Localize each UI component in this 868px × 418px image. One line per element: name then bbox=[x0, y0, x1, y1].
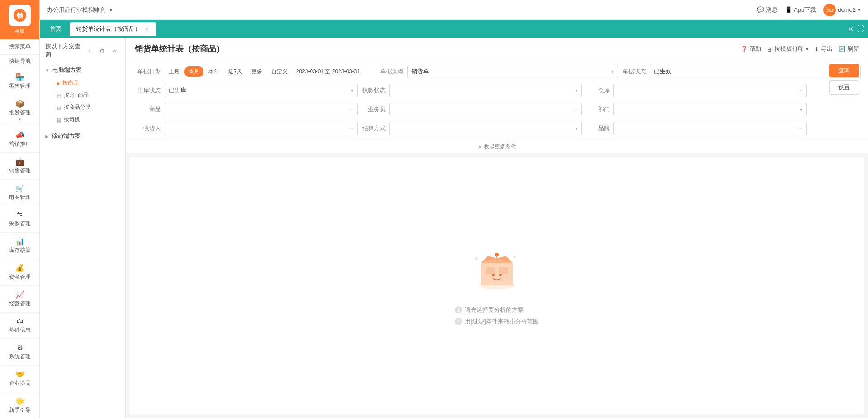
receiver-label: 收货人 bbox=[133, 124, 165, 133]
ecommerce-icon: 🛒 bbox=[15, 184, 24, 193]
goods-dots: ··· bbox=[349, 107, 354, 112]
sidebar-item-guide[interactable]: 🌟 新手引导 bbox=[0, 392, 39, 418]
date-btn-custom[interactable]: 自定义 bbox=[267, 66, 292, 77]
agent-select[interactable]: ··· bbox=[389, 103, 582, 116]
scheme-goods-cat[interactable]: ▦ 按商品分类 bbox=[40, 101, 125, 114]
sidebar-item-ecommerce[interactable]: 🛒 电商管理 bbox=[0, 180, 39, 206]
doc-type-label: 单据类型 bbox=[376, 67, 407, 76]
topbar: 办公用品行业模拟账套 ▾ 💬 消息 📱 App下载 Ea demo2 ▾ bbox=[40, 0, 868, 20]
message-btn[interactable]: 💬 消息 bbox=[757, 6, 778, 14]
template-print-btn[interactable]: 🖨 按模板打印 ▾ bbox=[767, 45, 809, 53]
tab-home[interactable]: 首页 bbox=[43, 22, 68, 36]
query-btn[interactable]: 查询 bbox=[829, 64, 859, 77]
content-area: 按以下方案查询 + ⚙ « ▼ 电脑端方案 ● 按商品 ▦ bbox=[40, 38, 868, 418]
sidebar-item-label: 经营管理 bbox=[9, 300, 31, 308]
mobile-section: ▶ 移动端方案 bbox=[40, 128, 125, 145]
doc-type-value: 销货单 bbox=[411, 67, 610, 76]
sidebar-item-label: 新手引导 bbox=[9, 406, 31, 414]
main-panel: 销货单统计表（按商品） ❓ 帮助 🖨 按模板打印 ▾ ⬇ bbox=[126, 38, 868, 418]
sidebar-item-marketing[interactable]: 📣 营销推广 bbox=[0, 126, 39, 153]
export-btn[interactable]: ⬇ 导出 bbox=[814, 45, 833, 53]
collect-status-select[interactable]: ▾ bbox=[389, 84, 582, 97]
sidebar-item-purchase[interactable]: 🛍 采购管理 bbox=[0, 206, 39, 233]
tab-stats[interactable]: 销货单统计表（按商品） ✕ bbox=[70, 22, 156, 36]
settings-scheme-btn[interactable]: ⚙ bbox=[97, 46, 107, 56]
avatar: Ea bbox=[823, 4, 836, 16]
receiver-select[interactable]: ··· bbox=[165, 122, 358, 135]
settle-select[interactable]: ▾ bbox=[389, 122, 582, 135]
svg-point-10 bbox=[499, 274, 502, 276]
user-menu[interactable]: Ea demo2 ▾ bbox=[823, 4, 861, 16]
date-btn-last-month[interactable]: 上月 bbox=[165, 66, 184, 77]
mobile-section-header[interactable]: ▶ 移动端方案 bbox=[40, 129, 125, 143]
sidebar-item-sales[interactable]: 💼 销售管理 bbox=[0, 153, 39, 180]
agent-label: 业务员 bbox=[358, 105, 389, 114]
sidebar-item-label: 采购管理 bbox=[9, 220, 31, 228]
date-btn-this-month[interactable]: 本月 bbox=[184, 66, 203, 77]
home-label: 首页 bbox=[50, 25, 61, 33]
sidebar-item-inventory[interactable]: 📊 库存核算 bbox=[0, 233, 39, 259]
sidebar-item-label: 系统管理 bbox=[9, 353, 31, 361]
tabbar-actions: ✕ ⛶ bbox=[848, 25, 864, 33]
dept-select[interactable]: ▾ bbox=[613, 103, 807, 116]
sidebar-logo[interactable]: 畅 标版 bbox=[0, 0, 39, 39]
sidebar-item-basic[interactable]: 🗂 基础信息 bbox=[0, 313, 39, 339]
goods-select[interactable]: ··· bbox=[165, 103, 358, 116]
tab-close-icon[interactable]: ✕ bbox=[143, 26, 150, 32]
collect-status-label: 收款状态 bbox=[358, 86, 389, 95]
sidebar-item-cooperation[interactable]: 🤝 企业协同 bbox=[0, 366, 39, 392]
chevron-up-icon: ▲ bbox=[18, 117, 22, 121]
doc-type-select[interactable]: 销货单 ▾ bbox=[407, 65, 618, 78]
scheme-month-goods[interactable]: ▦ 按月+商品 bbox=[40, 89, 125, 101]
sidebar-item-finance[interactable]: 💰 资金管理 bbox=[0, 259, 39, 286]
doc-status-label: 单据状态 bbox=[618, 67, 650, 76]
goods-label: 商品 bbox=[133, 105, 165, 114]
date-btn-more[interactable]: 更多 bbox=[247, 66, 266, 77]
marketing-icon: 📣 bbox=[15, 131, 24, 139]
date-btn-7days[interactable]: 近7天 bbox=[224, 66, 246, 77]
collapse-bar[interactable]: ∧ 收起更多条件 bbox=[126, 140, 868, 153]
expand-window-btn[interactable]: ⛶ bbox=[857, 25, 864, 33]
industry-selector[interactable]: 办公用品行业模拟账套 ▾ bbox=[47, 6, 113, 14]
empty-tip-2: 2 用[过滤]条件来缩小分析范围 bbox=[455, 318, 538, 326]
topbar-right: 💬 消息 📱 App下载 Ea demo2 ▾ bbox=[757, 4, 861, 16]
add-scheme-btn[interactable]: + bbox=[85, 46, 94, 56]
sidebar-item-wholesale[interactable]: 📦 批发管理 ▲ bbox=[0, 95, 39, 126]
close-window-btn[interactable]: ✕ bbox=[848, 25, 854, 33]
out-status-select[interactable]: 已出库 ▾ bbox=[165, 84, 358, 97]
tip-num-1: 1 bbox=[455, 306, 462, 314]
app-download-label: App下载 bbox=[794, 6, 816, 14]
app-download-btn[interactable]: 📱 App下载 bbox=[785, 6, 816, 14]
sidebar-item-operation[interactable]: 📈 经营管理 bbox=[0, 286, 39, 313]
print-icon: 🖨 bbox=[767, 46, 773, 52]
sidebar-item-label: 营销推广 bbox=[9, 140, 31, 148]
sales-icon: 💼 bbox=[15, 157, 24, 166]
quick-nav[interactable]: 快捷导航 bbox=[0, 55, 39, 68]
goods-cat-icon: ▦ bbox=[56, 104, 61, 111]
settings-btn[interactable]: 设置 bbox=[829, 80, 859, 95]
sidebar-item-label: 基础信息 bbox=[9, 326, 31, 334]
inventory-icon: 📊 bbox=[15, 237, 24, 246]
sidebar-item-retail[interactable]: 🏪 零售管理 bbox=[0, 68, 39, 95]
sidebar-item-label: 资金管理 bbox=[9, 273, 31, 281]
left-panel-header: 按以下方案查询 + ⚙ « bbox=[40, 38, 125, 62]
pc-section: ▼ 电脑端方案 ● 按商品 ▦ 按月+商品 ▦ 按商品分类 ▦ 按司机 bbox=[40, 62, 125, 128]
refresh-btn[interactable]: 🔄 刷新 bbox=[838, 45, 859, 53]
svg-rect-3 bbox=[481, 263, 513, 285]
help-btn[interactable]: ❓ 帮助 bbox=[741, 45, 761, 53]
right-buttons: 查询 设置 bbox=[829, 64, 859, 95]
search-menu[interactable]: 搜索菜单 bbox=[0, 39, 39, 55]
pc-section-header[interactable]: ▼ 电脑端方案 bbox=[40, 63, 125, 77]
warehouse-select[interactable]: ··· bbox=[613, 84, 807, 97]
scheme-by-goods[interactable]: ● 按商品 bbox=[40, 77, 125, 89]
mobile-section-arrow: ▶ bbox=[45, 134, 49, 139]
collapse-panel-btn[interactable]: « bbox=[110, 46, 120, 56]
sidebar-item-system[interactable]: ⚙ 系统管理 bbox=[0, 339, 39, 366]
scheme-cashier[interactable]: ▦ 按司机 bbox=[40, 114, 125, 126]
settle-label: 结算方式 bbox=[358, 124, 389, 133]
date-btn-this-year[interactable]: 本年 bbox=[204, 66, 223, 77]
brand-dots: ··· bbox=[798, 126, 802, 131]
brand-select[interactable]: ··· bbox=[613, 122, 807, 135]
svg-point-9 bbox=[492, 274, 495, 276]
svg-text:✦: ✦ bbox=[513, 254, 516, 259]
